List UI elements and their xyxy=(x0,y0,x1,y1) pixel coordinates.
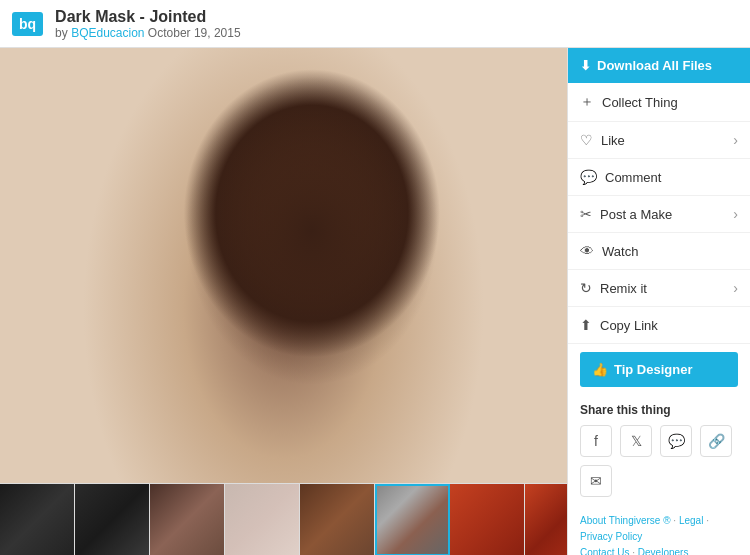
developers-link[interactable]: Developers xyxy=(638,547,689,555)
watch-label: Watch xyxy=(602,244,738,259)
contact-link[interactable]: Contact Us xyxy=(580,547,629,555)
plus-icon: ＋ xyxy=(580,93,594,111)
thumbnail-5[interactable] xyxy=(300,484,375,555)
chain-link-icon: 🔗 xyxy=(708,433,725,449)
copy-link-item[interactable]: ⬆ Copy Link xyxy=(568,307,750,344)
thumbnail-4[interactable] xyxy=(225,484,300,555)
twitter-icon: 𝕏 xyxy=(631,433,642,449)
thumbnail-6[interactable] xyxy=(375,484,450,555)
main-image[interactable] xyxy=(0,48,567,483)
email-icon: ✉ xyxy=(590,473,602,489)
comment-label: Comment xyxy=(605,170,738,185)
author-link[interactable]: BQEducacion xyxy=(71,26,144,40)
image-placeholder xyxy=(0,48,567,483)
share-section: Share this thing f 𝕏 💬 🔗 ✉ xyxy=(568,395,750,505)
like-label: Like xyxy=(601,133,733,148)
post-make-label: Post a Make xyxy=(600,207,733,222)
page-title: Dark Mask - Jointed xyxy=(55,8,240,26)
thumbnail-8[interactable] xyxy=(525,484,567,555)
tip-icon: 👍 xyxy=(592,362,608,377)
remix-label: Remix it xyxy=(600,281,733,296)
post-make-item[interactable]: ✂ Post a Make › xyxy=(568,196,750,233)
thumbnail-2[interactable] xyxy=(75,484,150,555)
link-icon: ⬆ xyxy=(580,317,592,333)
chevron-right-icon-3: › xyxy=(733,280,738,296)
title-section: Dark Mask - Jointed by BQEducacion Octob… xyxy=(55,8,240,40)
facebook-icon: f xyxy=(594,433,598,449)
chevron-right-icon: › xyxy=(733,132,738,148)
thumbnail-3[interactable] xyxy=(150,484,225,555)
whatsapp-icon: 💬 xyxy=(668,433,685,449)
watch-item[interactable]: 👁 Watch xyxy=(568,233,750,270)
logo: bq xyxy=(12,12,43,36)
thumbnail-7[interactable] xyxy=(450,484,525,555)
sidebar: ⬇ Download All Files ＋ Collect Thing ♡ L… xyxy=(567,48,750,555)
thumbnail-strip xyxy=(0,483,567,555)
legal-link[interactable]: Legal xyxy=(679,515,703,526)
footer-links: About Thingiverse ® · Legal · Privacy Po… xyxy=(568,505,750,555)
whatsapp-share-button[interactable]: 💬 xyxy=(660,425,692,457)
main-content: ⬇ Download All Files ＋ Collect Thing ♡ L… xyxy=(0,48,750,555)
mask-figure xyxy=(0,48,567,483)
comment-icon: 💬 xyxy=(580,169,597,185)
page-header: bq Dark Mask - Jointed by BQEducacion Oc… xyxy=(0,0,750,48)
twitter-share-button[interactable]: 𝕏 xyxy=(620,425,652,457)
remix-item[interactable]: ↻ Remix it › xyxy=(568,270,750,307)
download-label: Download All Files xyxy=(597,58,712,73)
collect-label: Collect Thing xyxy=(602,95,738,110)
remix-icon: ↻ xyxy=(580,280,592,296)
like-item[interactable]: ♡ Like › xyxy=(568,122,750,159)
meta-info: by BQEducacion October 19, 2015 xyxy=(55,26,240,40)
email-share-button[interactable]: ✉ xyxy=(580,465,612,497)
facebook-share-button[interactable]: f xyxy=(580,425,612,457)
collect-thing-item[interactable]: ＋ Collect Thing xyxy=(568,83,750,122)
download-icon: ⬇ xyxy=(580,58,591,73)
eye-icon: 👁 xyxy=(580,243,594,259)
privacy-link[interactable]: Privacy Policy xyxy=(580,531,642,542)
tip-designer-button[interactable]: 👍 Tip Designer xyxy=(580,352,738,387)
tip-label: Tip Designer xyxy=(614,362,693,377)
heart-icon: ♡ xyxy=(580,132,593,148)
chevron-right-icon-2: › xyxy=(733,206,738,222)
thumbnail-1[interactable] xyxy=(0,484,75,555)
about-link[interactable]: About Thingiverse ® xyxy=(580,515,671,526)
share-title: Share this thing xyxy=(580,403,738,417)
copy-link-label: Copy Link xyxy=(600,318,738,333)
share-icons: f 𝕏 💬 🔗 ✉ xyxy=(580,425,738,497)
link-share-button[interactable]: 🔗 xyxy=(700,425,732,457)
download-all-button[interactable]: ⬇ Download All Files xyxy=(568,48,750,83)
publish-date: October 19, 2015 xyxy=(148,26,241,40)
comment-item[interactable]: 💬 Comment xyxy=(568,159,750,196)
image-area xyxy=(0,48,567,555)
scissors-icon: ✂ xyxy=(580,206,592,222)
